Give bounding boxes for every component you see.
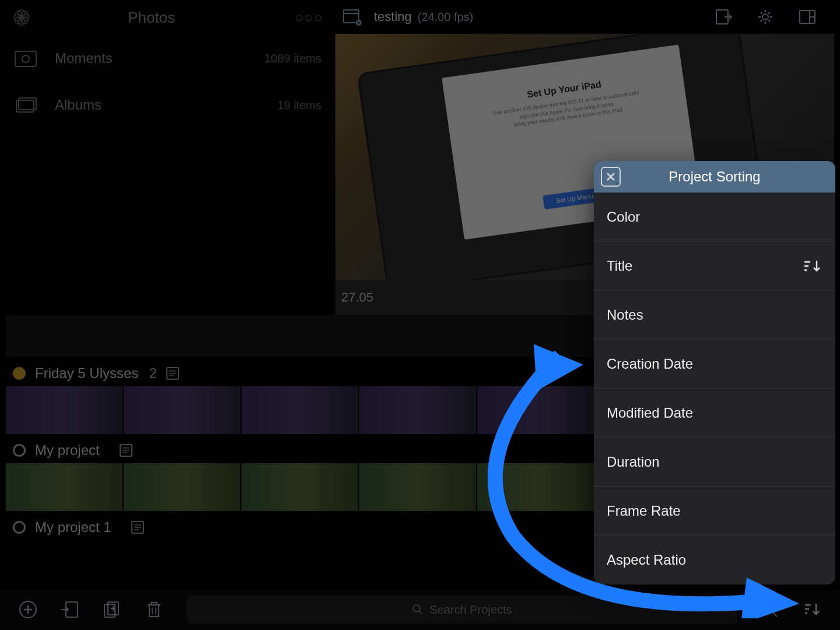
albums-icon [14,96,37,114]
svg-point-45 [413,605,420,612]
popover-title: Project Sorting [601,169,828,185]
sort-option-frame-rate[interactable]: Frame Rate [594,487,835,536]
project-clip-count: 2 [149,365,156,382]
sidebar-item-albums[interactable]: Albums 19 items [0,82,335,128]
clip-thumbnail[interactable] [6,463,123,511]
notes-icon[interactable] [118,443,134,458]
search-input[interactable]: Search Projects [187,596,737,624]
clip-thumbnail[interactable] [477,463,594,511]
project-icon[interactable] [341,6,362,27]
sort-option-label: Title [607,258,632,274]
project-title: testing [374,9,412,24]
layout-button[interactable] [793,3,821,31]
sort-option-label: Modified Date [607,405,693,421]
timecode: 27.05 [341,290,373,305]
sort-option-label: Color [607,209,640,225]
more-icon[interactable]: ○○○ [295,9,324,26]
notes-icon[interactable] [165,366,180,381]
sidebar-item-count: 19 items [277,99,321,112]
sidebar-item-count: 1089 items [264,52,321,65]
clip-thumbnail[interactable] [242,386,358,434]
search-icon [412,604,424,615]
popover-header: Project Sorting [594,161,835,192]
export-button[interactable] [709,3,737,31]
bottom-toolbar: Search Projects [0,589,840,630]
add-project-button[interactable] [13,594,43,625]
sort-option-modified-date[interactable]: Modified Date [594,388,835,438]
project-name: My project 1 [35,519,111,536]
sort-option-title[interactable]: Title [594,242,835,290]
clip-thumbnail[interactable] [124,463,240,511]
clip-thumbnail[interactable] [359,386,476,434]
sort-option-notes[interactable]: Notes [594,290,835,340]
preview-header: testing (24.00 fps) [335,0,834,34]
sort-button[interactable] [797,594,827,625]
delete-button[interactable] [139,594,169,625]
svg-line-46 [419,611,422,614]
sort-option-label: Duration [607,454,660,470]
sort-option-color[interactable]: Color [594,192,835,242]
svg-rect-12 [344,10,359,23]
duplicate-button[interactable] [97,594,127,625]
svg-point-18 [762,14,768,20]
clip-thumbnail[interactable] [124,386,240,434]
color-tag-icon[interactable] [13,521,26,534]
filter-button[interactable] [755,594,785,625]
project-name: Friday 5 Ulysses [35,365,138,382]
sort-direction-icon [803,258,822,274]
svg-point-47 [763,603,774,613]
svg-rect-8 [15,51,36,66]
sort-option-creation-date[interactable]: Creation Date [594,340,835,388]
sort-option-aspect-ratio[interactable]: Aspect Ratio [594,536,835,584]
sidebar-title: Photos [8,9,295,27]
svg-line-48 [772,612,777,617]
color-tag-icon[interactable] [13,367,26,380]
sidebar-item-moments[interactable]: Moments 1089 items [0,35,335,82]
clip-thumbnail[interactable] [242,463,358,511]
sort-option-label: Aspect Ratio [607,552,686,568]
sidebar-item-label: Moments [55,50,264,66]
sidebar-header: Photos ○○○ [0,0,335,35]
sidebar-item-label: Albums [55,97,277,113]
project-fps: (24.00 fps) [418,10,474,24]
sort-option-label: Creation Date [607,356,693,372]
notes-icon[interactable] [130,520,145,535]
clip-thumbnail[interactable] [477,386,594,434]
clip-thumbnail[interactable] [6,386,123,434]
sort-option-label: Frame Rate [607,503,681,519]
import-button[interactable] [55,594,85,625]
svg-point-9 [22,55,29,62]
color-tag-icon[interactable] [13,444,26,457]
search-placeholder: Search Projects [429,603,512,617]
sort-option-duration[interactable]: Duration [594,438,835,487]
project-name: My project [35,442,100,459]
moments-icon [14,49,37,68]
clip-thumbnail[interactable] [359,463,476,511]
settings-button[interactable] [751,3,779,31]
project-sorting-popover: Project Sorting Color Title Notes Creati… [594,161,835,584]
sort-option-label: Notes [607,307,643,323]
photos-sidebar: Photos ○○○ Moments 1089 items Albums 19 … [0,0,335,315]
